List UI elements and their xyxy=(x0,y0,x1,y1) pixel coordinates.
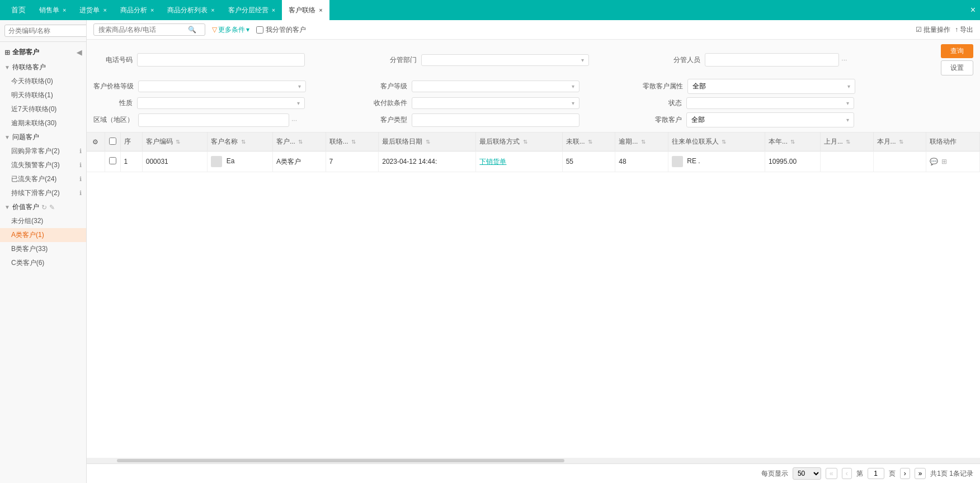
settings-button[interactable]: 设置 xyxy=(941,60,973,75)
sidebar-item-c-class[interactable]: C类客户(6) xyxy=(0,256,86,270)
query-button[interactable]: 查询 xyxy=(941,44,973,58)
sidebar-item-ungrouped[interactable]: 未分组(32) xyxy=(0,214,86,228)
contact-person-sort-icon[interactable]: ⇅ xyxy=(722,139,726,145)
more-filters-button[interactable]: ▽ 更多条件 ▾ xyxy=(212,25,249,35)
sidebar-item-b-class[interactable]: B类客户(33) xyxy=(0,242,86,256)
customer-type-input[interactable] xyxy=(412,113,579,127)
gear-column-header[interactable]: ⚙ xyxy=(87,132,105,151)
sidebar-search-input[interactable] xyxy=(4,25,87,37)
batch-operation-button[interactable]: ☑ 批量操作 xyxy=(916,25,950,35)
nature-select[interactable]: ▾ xyxy=(137,97,305,109)
status-select[interactable]: ▾ xyxy=(686,97,854,109)
edit-icon[interactable]: ✎ xyxy=(49,203,55,211)
last-contact-date-sort-icon[interactable]: ⇅ xyxy=(426,139,430,145)
dept-select[interactable]: ▾ xyxy=(421,54,589,66)
retail-attr-select[interactable]: 全部 ▾ xyxy=(687,79,855,94)
row-last-contact-method: 下销货单 xyxy=(476,151,562,172)
collapse-icon[interactable]: ◀ xyxy=(77,49,82,56)
my-customers-checkbox[interactable] xyxy=(256,26,263,34)
person-input[interactable] xyxy=(705,53,839,67)
tab-sales-order[interactable]: 销售单 × xyxy=(32,0,73,20)
filter-row-1: 电话号码 分管部门 ▾ 分管人员 ··· 查询 设置 xyxy=(93,44,973,75)
last-month-column-header: 上月... ⇅ xyxy=(820,132,873,151)
customer-level-select[interactable]: ▾ xyxy=(412,80,579,92)
tab-product-analysis[interactable]: 商品分析 × xyxy=(114,0,161,20)
sidebar-item-tomorrow-contact[interactable]: 明天待联络(1) xyxy=(0,88,86,102)
next-page-button[interactable]: › xyxy=(900,468,910,479)
sidebar-item-today-contact[interactable]: 今天待联络(0) xyxy=(0,74,86,88)
tab-product-analysis-list[interactable]: 商品分析列表 × xyxy=(161,0,221,20)
actions-column-header: 联络动作 xyxy=(926,132,980,151)
price-level-select[interactable]: ▾ xyxy=(138,80,306,92)
table-row: 1 000031 Ea A类客户 7 2023-04-12 14:44: 下销货… xyxy=(87,151,980,172)
name-sort-icon[interactable]: ⇅ xyxy=(241,139,246,145)
overdue-sort-icon[interactable]: ⇅ xyxy=(641,139,646,145)
region-input[interactable] xyxy=(138,113,289,127)
sidebar-item-churned[interactable]: 已流失客户(24) ℹ xyxy=(0,172,86,186)
no-contact-sort-icon[interactable]: ⇅ xyxy=(588,139,592,145)
last-contact-method-sort-icon[interactable]: ⇅ xyxy=(523,139,527,145)
current-page-input[interactable] xyxy=(868,468,884,479)
this-year-sort-icon[interactable]: ⇅ xyxy=(790,139,795,145)
sidebar-item-repurchase-abnormal[interactable]: 回购异常客户(2) ℹ xyxy=(0,144,86,158)
close-sales-order-icon[interactable]: × xyxy=(63,7,66,13)
retail-customer-select[interactable]: 全部 ▾ xyxy=(686,112,854,127)
person-dots-icon[interactable]: ··· xyxy=(841,56,847,64)
this-month-column-header: 本月... ⇅ xyxy=(873,132,926,151)
refresh-icon[interactable]: ↻ xyxy=(41,203,47,211)
close-product-analysis-icon[interactable]: × xyxy=(150,7,154,13)
horizontal-scrollbar[interactable] xyxy=(87,458,980,463)
sidebar-group-problem-customers[interactable]: ▼ 问题客户 xyxy=(0,130,86,144)
sidebar-item-a-class[interactable]: A类客户(1) xyxy=(0,228,86,242)
row-contact-count: 7 xyxy=(326,151,379,172)
contact-count-sort-icon[interactable]: ⇅ xyxy=(351,139,356,145)
this-month-sort-icon[interactable]: ⇅ xyxy=(899,139,903,145)
per-page-select[interactable]: 50 100 200 xyxy=(793,467,821,480)
retail-customer-arrow: ▾ xyxy=(846,117,849,123)
last-contact-method-link[interactable]: 下销货单 xyxy=(479,158,506,165)
close-purchase-order-icon[interactable]: × xyxy=(103,7,106,13)
sidebar-group-value-customers[interactable]: ▼ 价值客户 ↻ ✎ xyxy=(0,200,86,214)
select-all-checkbox[interactable] xyxy=(109,138,116,145)
main-layout: 🔍 ⊞ 全部客户 ◀ ▼ 待联络客户 今天待联络(0) 明天待联络(1) 近7天… xyxy=(0,20,980,483)
no-contact-column-header: 未联... ⇅ xyxy=(562,132,615,151)
close-customer-contact-icon[interactable]: × xyxy=(319,7,322,13)
prev-page-button[interactable]: ‹ xyxy=(842,468,852,479)
first-page-button[interactable]: « xyxy=(826,468,837,479)
customer-level-sort-icon[interactable]: ⇅ xyxy=(298,139,303,145)
last-page-button[interactable]: » xyxy=(915,468,926,479)
sidebar-item-overdue-contact[interactable]: 逾期未联络(30) xyxy=(0,116,86,130)
my-customers-checkbox-wrap: 我分管的客户 xyxy=(256,25,306,35)
customer-avatar xyxy=(211,156,222,167)
close-product-analysis-list-icon[interactable]: × xyxy=(211,7,214,13)
action-message-icon[interactable]: 💬 xyxy=(930,158,938,165)
row-gear xyxy=(87,151,105,172)
close-customer-segment-icon[interactable]: × xyxy=(272,7,275,13)
info-icon4: ℹ xyxy=(79,190,82,197)
last-month-sort-icon[interactable]: ⇅ xyxy=(846,139,850,145)
payment-select[interactable]: ▾ xyxy=(412,97,579,109)
row-contact-person: RE . xyxy=(668,151,765,172)
tab-customer-segment[interactable]: 客户分层经营 × xyxy=(222,0,282,20)
tab-customer-contact[interactable]: 客户联络 × xyxy=(282,0,329,20)
all-customers-header[interactable]: ⊞ 全部客户 ◀ xyxy=(4,45,82,59)
nav-home[interactable]: 首页 xyxy=(4,0,32,20)
action-qr-icon[interactable]: ⊞ xyxy=(941,158,947,165)
row-customer-level: A类客户 xyxy=(272,151,326,172)
tab-purchase-order[interactable]: 进货单 × xyxy=(73,0,113,20)
group-arrow-icon2: ▼ xyxy=(4,134,10,140)
region-dots-icon[interactable]: ··· xyxy=(291,116,297,124)
code-sort-icon[interactable]: ⇅ xyxy=(176,139,180,145)
sidebar-item-churn-warning[interactable]: 流失预警客户(3) ℹ xyxy=(0,158,86,172)
phone-input[interactable] xyxy=(137,53,305,67)
row-checkbox[interactable] xyxy=(109,157,116,164)
search-icon[interactable]: 🔍 xyxy=(188,26,196,34)
sidebar-item-7days-contact[interactable]: 近7天待联络(0) xyxy=(0,102,86,116)
scrollbar-thumb[interactable] xyxy=(117,459,564,462)
sidebar-group-pending-contact[interactable]: ▼ 待联络客户 xyxy=(0,60,86,74)
close-window-icon[interactable]: × xyxy=(970,5,976,15)
export-button[interactable]: ↑ 导出 xyxy=(955,25,973,35)
filter-customer-level: 客户等级 ▾ xyxy=(368,80,632,92)
search-input[interactable] xyxy=(98,26,188,34)
sidebar-item-declining[interactable]: 持续下滑客户(2) ℹ xyxy=(0,186,86,200)
